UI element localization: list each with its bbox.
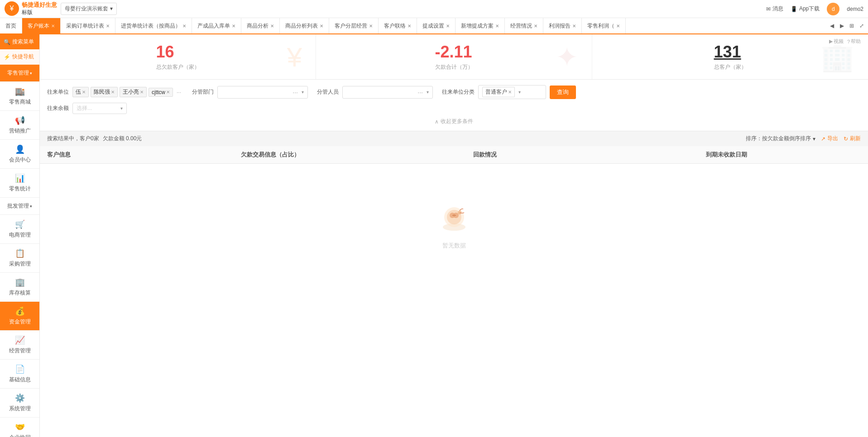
message-label: 消息: [772, 5, 783, 13]
close-icon[interactable]: ✕: [534, 24, 537, 28]
total-customers-label: 总欠款客户（家）: [156, 63, 200, 71]
message-action[interactable]: ✉ 消息: [766, 5, 783, 13]
tag-wu-close[interactable]: ✕: [82, 90, 86, 95]
close-icon[interactable]: ✕: [572, 24, 576, 28]
tab-customer-accounts-label: 客户账本: [28, 22, 49, 30]
tag-cj-close[interactable]: ✕: [166, 90, 170, 95]
filter-tag-cj[interactable]: cjttcw ✕: [149, 88, 173, 97]
tab-product-inbound[interactable]: 产成品入库单 ✕: [192, 18, 241, 34]
top-bar-left: ¥ 畅捷通好生意 标版 母婴行业演示账套 ▾: [5, 1, 117, 16]
tab-customer-accounts[interactable]: 客户账本 ✕: [22, 18, 61, 34]
remaining-chevron: ▾: [120, 106, 123, 111]
tab-home[interactable]: 首页: [0, 18, 22, 34]
tab-incoming-stats[interactable]: 进货单统计表（按商品） ✕: [115, 18, 192, 34]
person-select[interactable]: ··· ▾: [342, 86, 433, 99]
phone-icon: 📱: [791, 6, 797, 12]
filter-more-btn[interactable]: ···: [175, 88, 183, 96]
close-icon[interactable]: ✕: [408, 24, 411, 28]
filter-tag-wu[interactable]: 伍 ✕: [72, 87, 89, 97]
refresh-button[interactable]: ↻ 刷新: [844, 135, 861, 142]
company-selector[interactable]: 母婴行业演示账套 ▾: [61, 3, 117, 15]
filter-tag-wang[interactable]: 王小亮 ✕: [120, 87, 147, 97]
chevron-icon: ▾: [30, 71, 32, 76]
main-layout: 🔍 搜索菜单 ⚡ 快捷导航 零售管理 ▾ 🏬 零售商城 📢 营销推广 👤 会员中…: [0, 34, 868, 437]
sort-label: 排序：按欠款金额倒序排序: [746, 135, 811, 142]
tag-chen-close[interactable]: ✕: [111, 90, 115, 95]
tab-retail-profit[interactable]: 零售利润（ ✕: [582, 18, 626, 34]
sidebar-item-system-mgmt[interactable]: ⚙️ 系统管理: [0, 389, 39, 418]
tab-purchase-order-label: 采购订单统计表: [66, 22, 104, 30]
fullscreen-button[interactable]: ⤢: [857, 21, 866, 30]
close-icon[interactable]: ✕: [369, 24, 373, 28]
tab-retail-profit-label: 零售利润（: [587, 22, 614, 30]
next-tab-button[interactable]: ▶: [837, 21, 846, 30]
dept-select[interactable]: ··· ▾: [217, 86, 308, 99]
close-icon[interactable]: ✕: [51, 24, 55, 28]
sidebar-item-wholesale-mgmt[interactable]: 批发管理 ▾: [0, 198, 39, 215]
avatar[interactable]: d: [827, 3, 839, 15]
tab-operation-status[interactable]: 经营情况 ✕: [505, 18, 543, 34]
retail-mgmt-label: 零售管理: [7, 69, 29, 77]
tab-customer-segment-label: 客户分层经营: [335, 22, 367, 30]
sidebar-item-fund-mgmt[interactable]: 💰 资金管理: [0, 302, 39, 331]
sidebar-item-retail-mall[interactable]: 🏬 零售商城: [0, 82, 39, 111]
close-icon[interactable]: ✕: [232, 24, 235, 28]
unit-category-select[interactable]: 普通客户 ✕ ▾: [478, 85, 546, 99]
search-count-text: 搜索结果中，客户0家: [47, 135, 99, 142]
tag-wang-close[interactable]: ✕: [140, 90, 144, 95]
sidebar-item-operation-mgmt[interactable]: 📈 经营管理: [0, 331, 39, 360]
person-filter-label: 分管人员: [317, 88, 339, 96]
sidebar-item-member[interactable]: 👤 会员中心: [0, 140, 39, 169]
collapse-button[interactable]: ∧ 收起更多条件: [435, 118, 473, 125]
username: demo2: [847, 6, 863, 12]
sidebar-item-search-menu[interactable]: 🔍 搜索菜单: [0, 34, 39, 49]
tab-profit-report[interactable]: 利润报告 ✕: [543, 18, 582, 34]
close-icon[interactable]: ✕: [320, 24, 323, 28]
inventory-icon: 🏢: [15, 277, 25, 287]
person-dots[interactable]: ···: [416, 88, 425, 97]
help-link[interactable]: ? 帮助: [847, 38, 861, 45]
close-icon[interactable]: ✕: [182, 24, 186, 28]
video-link[interactable]: ▶ 视频: [829, 38, 844, 45]
sidebar-item-inventory-check[interactable]: 🏢 库存核算: [0, 273, 39, 302]
close-icon[interactable]: ✕: [106, 24, 110, 28]
tab-purchase-order[interactable]: 采购订单统计表 ✕: [61, 18, 115, 34]
sidebar-item-ecommerce-mgmt[interactable]: 🛒 电商管理: [0, 215, 39, 244]
sidebar-item-retail-stats[interactable]: 📊 零售统计: [0, 169, 39, 198]
tab-customer-segment[interactable]: 客户分层经营 ✕: [329, 18, 379, 34]
sidebar-item-quick-nav[interactable]: ⚡ 快捷导航: [0, 49, 39, 65]
sidebar-item-marketing[interactable]: 📢 营销推广: [0, 111, 39, 140]
app-download-action[interactable]: 📱 App下载: [791, 5, 820, 13]
close-icon[interactable]: ✕: [495, 24, 499, 28]
sidebar-item-retail-mgmt[interactable]: 零售管理 ▾: [0, 65, 39, 82]
sidebar-item-enterprise-collab[interactable]: 🤝 企业协同: [0, 418, 39, 437]
tab-customer-contact[interactable]: 客户联络 ✕: [379, 18, 417, 34]
tab-raise-settings[interactable]: 提成设置 ✕: [417, 18, 456, 34]
dept-dots[interactable]: ···: [291, 88, 300, 97]
tab-new-raise-plan[interactable]: 新增提成方案 ✕: [456, 18, 505, 34]
sidebar-item-basic-info[interactable]: 📄 基础信息: [0, 360, 39, 389]
results-bar-left: 搜索结果中，客户0家 欠款金额 0.00元: [47, 135, 142, 142]
tab-product-analysis[interactable]: 商品分析 ✕: [241, 18, 280, 34]
close-icon[interactable]: ✕: [616, 24, 620, 28]
query-button[interactable]: 查询: [550, 86, 576, 99]
category-tag[interactable]: 普通客户 ✕: [482, 87, 515, 97]
tab-product-analysis-list[interactable]: 商品分析列表 ✕: [280, 18, 329, 34]
expand-tabs-button[interactable]: ⊞: [847, 21, 856, 30]
prev-tab-button[interactable]: ◀: [827, 21, 836, 30]
video-label: 视频: [834, 38, 844, 45]
sidebar-item-purchase-mgmt[interactable]: 📋 采购管理: [0, 244, 39, 273]
all-customers-number: 131: [714, 43, 741, 62]
help-icon: ?: [847, 39, 850, 44]
collab-label: 企业协同: [9, 434, 31, 437]
remaining-select[interactable]: 选择... ▾: [72, 103, 127, 114]
close-icon[interactable]: ✕: [446, 24, 450, 28]
filter-tag-chen[interactable]: 陈民强 ✕: [91, 87, 118, 97]
stats-row: ▶ 视频 ? 帮助 ¥ 16 总欠款客户（家） ✦ -2.11: [40, 34, 868, 80]
export-button[interactable]: ↗ 导出: [821, 135, 838, 142]
total-customers-number: 16: [156, 43, 174, 62]
tab-actions: ◀ ▶ ⊞ ⤢: [827, 21, 868, 30]
sort-selector[interactable]: 排序：按欠款金额倒序排序 ▾: [746, 135, 815, 142]
category-tag-close[interactable]: ✕: [508, 90, 512, 95]
close-icon[interactable]: ✕: [270, 24, 274, 28]
